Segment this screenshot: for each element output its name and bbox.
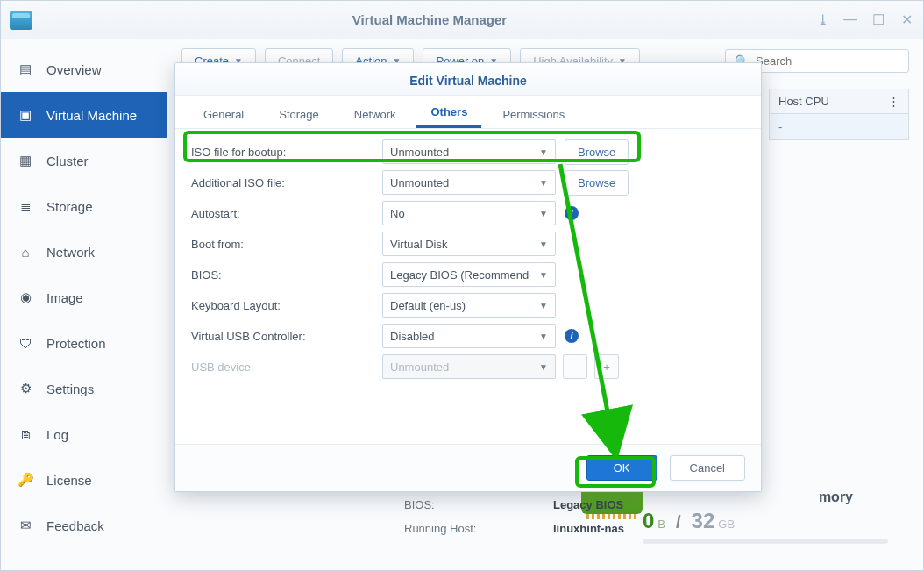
keyboard-select[interactable]: Default (en-us)▼ <box>382 293 556 318</box>
vm-icon: ▣ <box>17 106 34 124</box>
envelope-icon: ✉ <box>17 517 34 534</box>
iso-additional-browse-button[interactable]: Browse <box>565 170 629 196</box>
mem-total-unit: GB <box>718 517 735 531</box>
iso-additional-select[interactable]: Unmounted▼ <box>382 170 556 195</box>
modal-footer: OK Cancel <box>175 444 761 491</box>
row-bios: BIOS: Legacy BIOS (Recommended)▼ <box>186 260 750 289</box>
sidebar-item-overview[interactable]: ▤ Overview <box>1 46 167 92</box>
sidebar-item-settings[interactable]: ⚙ Settings <box>1 366 167 411</box>
add-usb-button: + <box>594 354 619 379</box>
sidebar-item-log[interactable]: 🗎 Log <box>1 411 167 457</box>
bios-select[interactable]: Legacy BIOS (Recommended)▼ <box>382 262 556 287</box>
window-controls: ⤓ — ☐ ✕ <box>814 11 914 28</box>
sidebar-item-license[interactable]: 🔑 License <box>1 457 167 503</box>
mem-sep: / <box>676 512 681 532</box>
mem-used-unit: B <box>657 517 665 531</box>
iso-additional-label: Additional ISO file: <box>186 176 382 189</box>
host-cpu-value: - <box>769 114 909 140</box>
mem-used: 0 <box>643 509 654 533</box>
autostart-select[interactable]: No▼ <box>382 201 556 225</box>
sidebar-item-label: Log <box>46 427 68 442</box>
chevron-down-icon: ▼ <box>539 301 548 310</box>
tab-permissions[interactable]: Permissions <box>488 101 579 128</box>
chevron-down-icon: ▼ <box>539 209 548 218</box>
row-usb-device: USB device: Unmounted▼ — + <box>186 352 750 382</box>
menu-dots-icon[interactable]: ⋮ <box>888 95 899 108</box>
network-icon: ⌂ <box>17 243 34 261</box>
app-window: Virtual Machine Manager ⤓ — ☐ ✕ ▤ Overvi… <box>0 0 924 571</box>
tab-others[interactable]: Others <box>416 98 481 128</box>
app-icon <box>10 11 32 30</box>
sidebar-item-network[interactable]: ⌂ Network <box>1 229 167 275</box>
row-iso-bootup: ISO file for bootup: Unmounted▼ Browse <box>186 137 750 167</box>
sidebar-item-label: Feedback <box>46 518 104 533</box>
running-host-value: linuxhint-nas <box>553 522 624 535</box>
row-iso-additional: Additional ISO file: Unmounted▼ Browse <box>186 168 750 197</box>
sidebar-item-label: Virtual Machine <box>46 108 137 123</box>
sidebar-item-label: Settings <box>46 382 94 396</box>
minimize-icon[interactable]: — <box>842 11 858 28</box>
chevron-down-icon: ▼ <box>539 362 548 372</box>
cancel-button[interactable]: Cancel <box>670 455 745 481</box>
cluster-icon: ▦ <box>17 152 34 169</box>
info-icon[interactable]: i <box>565 329 579 343</box>
tab-network[interactable]: Network <box>340 101 410 128</box>
info-icon[interactable]: i <box>565 206 579 220</box>
chevron-down-icon: ▼ <box>539 239 548 249</box>
iso-bootup-select[interactable]: Unmounted▼ <box>382 139 556 164</box>
row-keyboard: Keyboard Layout: Default (en-us)▼ <box>186 290 750 320</box>
titlebar: Virtual Machine Manager ⤓ — ☐ ✕ <box>1 1 923 39</box>
running-host-label: Running Host: <box>404 522 553 535</box>
sidebar-item-label: Storage <box>46 199 93 214</box>
sidebar-item-image[interactable]: ◉ Image <box>1 275 167 320</box>
usb-controller-label: Virtual USB Controller: <box>186 330 382 343</box>
vm-detail-rows: BIOS:Legacy BIOS Running Host:linuxhint-… <box>404 498 624 546</box>
sidebar-item-cluster[interactable]: ▦ Cluster <box>1 138 167 183</box>
chevron-down-icon: ▼ <box>539 270 548 280</box>
window-title: Virtual Machine Manager <box>45 12 814 27</box>
keyboard-label: Keyboard Layout: <box>186 299 382 312</box>
protection-icon: 🛡 <box>17 334 34 352</box>
log-icon: 🗎 <box>17 425 34 443</box>
pin-icon[interactable]: ⤓ <box>814 11 830 28</box>
sidebar: ▤ Overview ▣ Virtual Machine ▦ Cluster ≣… <box>1 39 167 570</box>
chevron-down-icon: ▼ <box>539 332 548 341</box>
usb-device-select: Unmounted▼ <box>382 354 556 379</box>
key-icon: 🔑 <box>17 471 34 489</box>
boot-from-select[interactable]: Virtual Disk▼ <box>382 232 556 256</box>
search-input[interactable] <box>756 54 903 68</box>
sidebar-item-protection[interactable]: 🛡 Protection <box>1 320 167 366</box>
host-cpu-panel: Host CPU ⋮ - <box>769 89 909 140</box>
close-icon[interactable]: ✕ <box>899 11 914 28</box>
memory-widget: mory 0 B / 32 GB <box>643 489 888 544</box>
bios-value: Legacy BIOS <box>553 498 623 511</box>
image-icon: ◉ <box>17 289 34 306</box>
ok-button[interactable]: OK <box>586 455 657 481</box>
storage-icon: ≣ <box>17 197 34 215</box>
usb-controller-select[interactable]: Disabled▼ <box>382 324 556 348</box>
tab-storage[interactable]: Storage <box>265 101 333 128</box>
modal-title: Edit Virtual Machine <box>175 63 761 96</box>
sidebar-item-label: License <box>46 473 92 488</box>
usb-device-label: USB device: <box>186 360 382 374</box>
sidebar-item-storage[interactable]: ≣ Storage <box>1 183 167 229</box>
chevron-down-icon: ▼ <box>539 178 548 188</box>
tab-general[interactable]: General <box>189 101 258 128</box>
overview-icon: ▤ <box>17 61 34 78</box>
sidebar-item-label: Overview <box>46 62 102 77</box>
chevron-down-icon: ▼ <box>539 147 548 157</box>
bios-label: BIOS: <box>404 498 553 511</box>
iso-bootup-browse-button[interactable]: Browse <box>565 139 629 165</box>
row-boot-from: Boot from: Virtual Disk▼ <box>186 229 750 259</box>
edit-vm-modal: Edit Virtual Machine General Storage Net… <box>174 62 762 492</box>
host-cpu-header[interactable]: Host CPU ⋮ <box>769 89 909 114</box>
sidebar-item-virtual-machine[interactable]: ▣ Virtual Machine <box>1 92 167 138</box>
remove-usb-button: — <box>563 354 587 379</box>
sidebar-item-label: Cluster <box>46 153 89 168</box>
memory-bar <box>643 539 888 544</box>
sidebar-item-feedback[interactable]: ✉ Feedback <box>1 503 167 548</box>
autostart-label: Autostart: <box>186 207 382 220</box>
modal-body: ISO file for bootup: Unmounted▼ Browse A… <box>175 129 761 444</box>
sidebar-item-label: Protection <box>46 336 106 351</box>
maximize-icon[interactable]: ☐ <box>871 11 886 28</box>
